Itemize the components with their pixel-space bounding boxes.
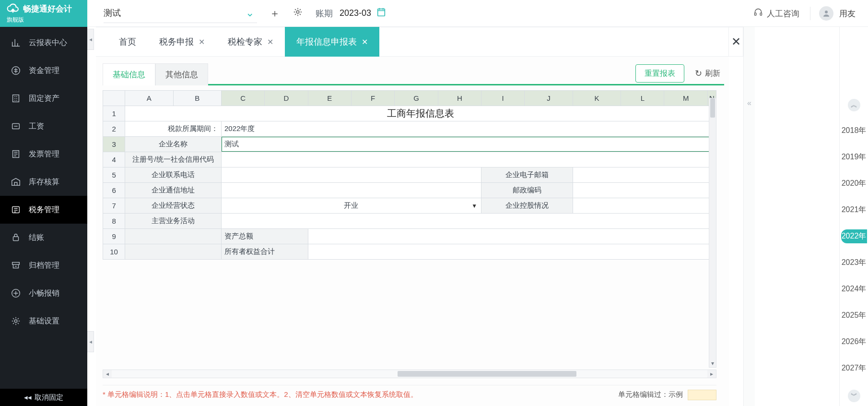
row-header[interactable]: 8 (103, 214, 125, 229)
scrollbar-track[interactable] (112, 370, 707, 378)
col-header[interactable]: H (438, 91, 481, 106)
col-header[interactable]: I (481, 91, 525, 106)
sidebar-item-fixed-assets[interactable]: 固定资产 (0, 84, 87, 112)
tab-annual-report[interactable]: 年报信息申报表 ✕ (285, 27, 379, 57)
year-item[interactable]: 2023年 (841, 256, 867, 270)
calendar-icon[interactable] (376, 7, 387, 20)
cell-status-dropdown[interactable]: 开业 (221, 198, 481, 214)
scrollbar-thumb[interactable] (710, 98, 715, 118)
sidebar-item-archive[interactable]: 归档管理 (0, 251, 87, 279)
cell-postcode-value[interactable] (573, 183, 716, 198)
year-item[interactable]: 2019年 (841, 150, 867, 164)
cell-email-value[interactable] (573, 167, 716, 183)
org-selector[interactable]: 测试 ⌄ (104, 4, 257, 23)
scroll-right-icon[interactable]: ▸ (707, 370, 716, 377)
subtab-other-info[interactable]: 其他信息 (155, 63, 208, 85)
year-item[interactable]: 2024年 (841, 282, 867, 296)
cell-address-value[interactable] (221, 183, 481, 198)
sidebar-item-expense[interactable]: 小畅报销 (0, 279, 87, 307)
col-header[interactable]: E (308, 91, 351, 106)
row-header[interactable]: 3 (103, 137, 125, 152)
cell-email-label[interactable]: 企业电子邮箱 (481, 167, 573, 183)
scroll-left-icon[interactable]: ◂ (103, 370, 112, 377)
cell-main-biz-value[interactable] (221, 214, 716, 229)
sidebar-item-settings[interactable]: 基础设置 (0, 307, 87, 335)
year-item[interactable]: 2027年 (841, 361, 867, 375)
row-header[interactable]: 9 (103, 229, 125, 244)
cell-period-value[interactable]: 2022年度 (221, 121, 716, 137)
sidebar-collapse-handle-bottom[interactable]: ◂ (87, 331, 94, 352)
year-scroll-up-icon[interactable]: ︽ (848, 99, 860, 111)
sidebar-collapse-handle-top[interactable]: ◂ (87, 29, 94, 50)
cell-equity-value[interactable] (308, 244, 716, 260)
cell-phone-value[interactable] (221, 167, 481, 183)
sidebar-item-tax[interactable]: 税务管理 (0, 196, 87, 224)
cell-phone-label[interactable]: 企业联系电话 (125, 167, 222, 183)
sidebar-item-close-account[interactable]: 结账 (0, 224, 87, 251)
sidebar-item-invoice[interactable]: 发票管理 (0, 140, 87, 168)
subtab-basic-info[interactable]: 基础信息 (103, 63, 155, 85)
cell-assets-label[interactable]: 资产总额 (221, 229, 308, 244)
row-header[interactable]: 1 (103, 106, 125, 121)
tab-tax-expert[interactable]: 税检专家 ✕ (216, 27, 285, 57)
row-header[interactable]: 4 (103, 152, 125, 167)
sidebar-unpin-button[interactable]: ◂◂ 取消固定 (0, 389, 87, 406)
username[interactable]: 用友 (839, 8, 856, 19)
sidebar-item-cloud-report[interactable]: 云报表中心 (0, 29, 87, 57)
cell-company-name-value[interactable]: 测试 (221, 137, 716, 152)
tabs-close-all-button[interactable]: ✕ (729, 27, 743, 57)
year-item[interactable]: 2022年 (841, 229, 867, 243)
cell-period-label[interactable]: 税款所属期间： (125, 121, 222, 137)
cell-main-biz-label[interactable]: 主营业务活动 (125, 214, 222, 229)
row-header[interactable]: 2 (103, 121, 125, 137)
sidebar-item-funds[interactable]: 资金管理 (0, 57, 87, 84)
cell-equity-label[interactable]: 所有者权益合计 (221, 244, 308, 260)
cell-reg-no-label[interactable]: 注册号/统一社会信用代码 (125, 152, 222, 167)
refresh-button[interactable]: ↻ 刷新 (695, 68, 720, 79)
sheet-horizontal-scrollbar[interactable]: ◂ ▸ (103, 370, 716, 378)
cell-company-name-label[interactable]: 企业名称 (125, 137, 222, 152)
row-header[interactable]: 7 (103, 198, 125, 214)
cell-holding-value[interactable] (573, 198, 716, 214)
year-scroll-down-icon[interactable]: ︾ (848, 390, 860, 402)
cell-reg-no-value[interactable] (221, 152, 716, 167)
col-header[interactable]: G (395, 91, 438, 106)
tab-tax-declaration[interactable]: 税务申报 ✕ (148, 27, 216, 57)
cell-status-label[interactable]: 企业经营状态 (125, 198, 222, 214)
settings-button[interactable] (293, 7, 303, 20)
support-button[interactable]: 人工咨询 (753, 8, 799, 20)
year-item[interactable]: 2025年 (841, 309, 867, 322)
col-header[interactable]: F (351, 91, 394, 106)
col-header[interactable]: A (125, 91, 173, 106)
col-header[interactable]: J (525, 91, 573, 106)
cell-row9-blank[interactable] (125, 229, 222, 244)
add-button[interactable]: ＋ (270, 6, 280, 21)
row-header[interactable]: 6 (103, 183, 125, 198)
cell-holding-label[interactable]: 企业控股情况 (481, 198, 573, 214)
col-header[interactable]: K (573, 91, 621, 106)
year-item[interactable]: 2020年 (841, 177, 867, 191)
sheet-corner[interactable] (103, 91, 125, 106)
col-header[interactable]: D (265, 91, 308, 106)
col-header[interactable]: B (173, 91, 221, 106)
cell-postcode-label[interactable]: 邮政编码 (481, 183, 573, 198)
year-item[interactable]: 2021年 (841, 203, 867, 217)
close-icon[interactable]: ✕ (199, 37, 205, 47)
col-header[interactable]: C (221, 91, 264, 106)
cell-row10-blank[interactable] (125, 244, 222, 260)
cell-assets-value[interactable] (308, 229, 716, 244)
sidebar-item-inventory[interactable]: 库存核算 (0, 168, 87, 196)
row-header[interactable]: 5 (103, 167, 125, 183)
tab-home[interactable]: 首页 (107, 27, 148, 57)
sheet-title-cell[interactable]: 工商年报信息表 (125, 106, 716, 121)
year-item[interactable]: 2026年 (841, 335, 867, 349)
year-item[interactable]: 2018年 (841, 124, 867, 138)
reset-report-button[interactable]: 重置报表 (635, 64, 684, 83)
close-icon[interactable]: ✕ (267, 37, 273, 47)
row-header[interactable]: 10 (103, 244, 125, 260)
sheet-vertical-scrollbar[interactable]: ▾ (709, 98, 716, 368)
scroll-down-icon[interactable]: ▾ (709, 359, 716, 367)
avatar[interactable] (819, 6, 833, 21)
scrollbar-thumb[interactable] (398, 371, 576, 377)
col-header[interactable]: L (621, 91, 664, 106)
